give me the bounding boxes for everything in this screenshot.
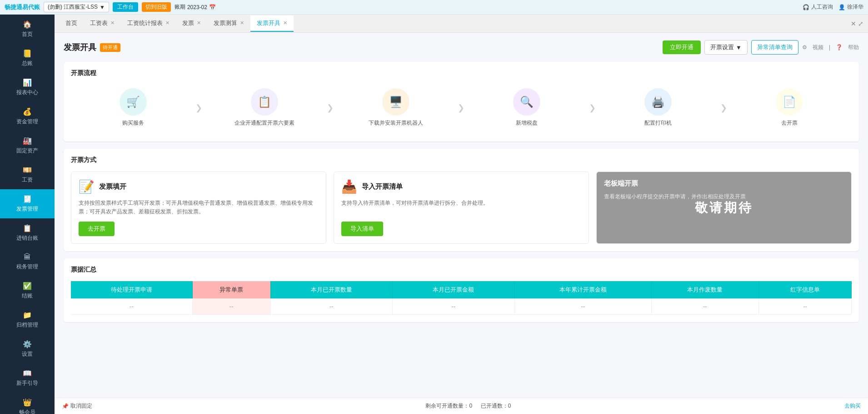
sidebar-item-sales[interactable]: 📋进销台账 [0,218,55,247]
sidebar-item-archive[interactable]: 📁归档管理 [0,305,55,334]
sidebar-item-label: 资金管理 [16,118,38,126]
sidebar-item-ledger[interactable]: 📒总账 [0,44,55,73]
tab-close-5[interactable]: ✕ [283,20,287,26]
tab-label-0: 首页 [65,19,77,27]
sidebar-item-fund[interactable]: 💰资金管理 [0,102,55,131]
sidebar-item-guide[interactable]: 📖新手引导 [0,364,55,393]
stats-cell-1: -- [192,298,270,315]
guide-icon: 📖 [23,369,32,378]
step-label-add-taxbox: 新增税盘 [516,119,538,127]
sales-icon: 📋 [23,224,32,232]
workflow-step-buy-service[interactable]: 🛒 购买服务 [71,88,195,127]
coming-soon-text: 敬请期待 [695,199,753,217]
stats-cell-0: -- [71,298,192,315]
step-label-download-robot: 下载并安装开票机器人 [369,119,423,127]
sidebar-item-label: 进销台账 [16,234,38,242]
open-methods-cards: 📝 发票填开 支持按照发票样式手工填写开发票；可开具增值税电子普通发票、增值税普… [71,172,852,244]
tab-close-4[interactable]: ✕ [240,20,244,26]
sidebar-item-member[interactable]: 👑畅会员 [0,393,55,414]
company-selector[interactable]: (勿删) 江西服宝-LSS ▼ [44,2,109,12]
company-name: (勿删) 江西服宝-LSS [48,3,98,11]
customer-service[interactable]: 🎧 人工咨询 [803,3,833,11]
manual-invoice-button[interactable]: 去开票 [79,222,115,236]
goto-buy-link[interactable]: 去购买 [844,402,861,410]
tab-close-1[interactable]: ✕ [110,20,115,26]
workbench-button[interactable]: 工作台 [113,2,138,12]
tab-close-all-button[interactable]: ✕ [851,20,856,27]
workflow-step-download-robot[interactable]: 🖥️ 下载并安装开票机器人 [334,88,458,127]
tab-label-2: 工资统计报表 [127,19,163,27]
tab-5[interactable]: 发票开具✕ [250,15,294,32]
pin-button[interactable]: 📌 取消固定 [62,402,92,410]
content-area: 首页工资表✕工资统计报表✕发票✕发票测算✕发票开具✕✕⤢ 发票开具 待开通 立即… [55,15,868,414]
workflow-step-add-taxbox[interactable]: 🔍 新增税盘 [464,88,589,127]
status-badge: 待开通 [100,43,120,52]
sidebar-item-tax[interactable]: 🏛税务管理 [0,247,55,276]
settlement-icon: ✅ [23,282,32,290]
sidebar-item-label: 首页 [22,30,33,38]
period-label: 账期 [175,3,185,11]
top-bar-right: 🎧 人工咨询 👤 徐泽华 [803,3,863,11]
user-profile[interactable]: 👤 徐泽华 [838,3,863,11]
asset-icon: 🏭 [23,136,32,145]
page-title: 发票开具 [64,42,96,53]
stats-cell-4: -- [514,298,651,315]
stats-col-0: 待处理开票申请 [71,281,192,298]
tab-2[interactable]: 工资统计报表✕ [121,15,176,32]
tab-3[interactable]: 发票✕ [176,15,207,32]
home-icon: 🏠 [23,20,32,29]
workflow-step-config-printer[interactable]: 🖨️ 配置打印机 [596,88,720,127]
tab-0[interactable]: 首页 [59,15,84,32]
old-version-button[interactable]: 切到旧版 [142,2,171,12]
stats-col-2: 本月已开票数量 [270,281,393,298]
tab-close-3[interactable]: ✕ [197,20,201,26]
sidebar-item-home[interactable]: 🏠首页 [0,15,55,44]
video-label: 视频 [813,44,823,51]
remaining-count: 剩余可开通数量：0 [425,403,472,409]
workflow-title: 开票流程 [71,69,852,77]
settings-icon: ⚙️ [23,340,32,348]
sidebar-item-asset[interactable]: 🏭固定资产 [0,131,55,160]
workflow-steps: 🛒 购买服务 ❯ 📋 企业开通配置开票六要素 ❯ 🖥️ 下载并安装开票机器人 ❯… [71,85,852,134]
stats-cell-2: -- [270,298,393,315]
sidebar-item-label: 固定资产 [16,147,38,155]
workflow-step-issue-invoice[interactable]: 📄 去开票 [727,88,852,127]
sidebar-item-settlement[interactable]: ✅结账 [0,276,55,305]
tab-4[interactable]: 发票测算✕ [207,15,250,32]
tab-close-2[interactable]: ✕ [165,20,170,26]
page-header: 发票开具 待开通 立即开通 开票设置 ▼ 异常清单查询 ⚙ 视频 | ❓ [64,40,859,55]
manual-invoice-card: 📝 发票填开 支持按照发票样式手工填写开发票；可开具增值税电子普通发票、增值税普… [71,172,326,244]
step-icon-wrap-buy-service: 🛒 [120,88,147,116]
import-invoice-icon: 📥 [341,179,357,194]
coming-soon-overlay: 敬请期待 [597,172,851,243]
stats-col-5: 本月作废数量 [651,281,758,298]
sidebar-item-report[interactable]: 📊报表中心 [0,73,55,102]
sidebar-item-salary[interactable]: 💴工资 [0,160,55,189]
calendar-icon[interactable]: 📅 [209,4,216,10]
stats-col-6: 红字信息单 [758,281,851,298]
workflow-section: 开票流程 🛒 购买服务 ❯ 📋 企业开通配置开票六要素 ❯ 🖥️ 下载并安装开票… [64,62,859,141]
tab-label-5: 发票开具 [257,19,280,27]
sidebar-item-invoice[interactable]: 🧾发票管理 [0,189,55,218]
archive-icon: 📁 [23,311,32,319]
exception-query-button[interactable]: 异常清单查询 [751,40,798,55]
tab-1[interactable]: 工资表✕ [84,15,121,32]
app-logo: 畅捷通易代账 [5,3,40,11]
config-printer-icon: 🖨️ [651,96,665,108]
workflow-step-enterprise-setup[interactable]: 📋 企业开通配置开票六要素 [202,88,327,127]
stats-cell-5: -- [651,298,758,315]
tab-fullscreen-button[interactable]: ⤢ [858,20,863,27]
bottom-bar: 📌 取消固定 剩余可开通数量：0 已开通数：0 去购买 [55,398,868,414]
open-methods-section: 开票方式 📝 发票填开 支持按照发票样式手工填写开发票；可开具增值税电子普通发票… [64,149,859,251]
step-label-buy-service: 购买服务 [122,119,144,127]
invoice-icon: 🧾 [23,195,32,203]
open-now-button[interactable]: 立即开通 [663,40,701,54]
manual-invoice-header: 📝 发票填开 [79,179,319,194]
sidebar-item-settings[interactable]: ⚙️设置 [0,334,55,364]
top-bar: 畅捷通易代账 (勿删) 江西服宝-LSS ▼ 工作台 切到旧版 账期 2023-… [0,0,868,15]
open-settings-button[interactable]: 开票设置 ▼ [704,40,748,55]
pin-icon: 📌 [62,403,69,409]
import-invoice-button[interactable]: 导入清单 [341,222,383,236]
member-icon: 👑 [23,398,32,407]
top-bar-left: 畅捷通易代账 (勿删) 江西服宝-LSS ▼ 工作台 切到旧版 账期 2023-… [5,2,216,12]
